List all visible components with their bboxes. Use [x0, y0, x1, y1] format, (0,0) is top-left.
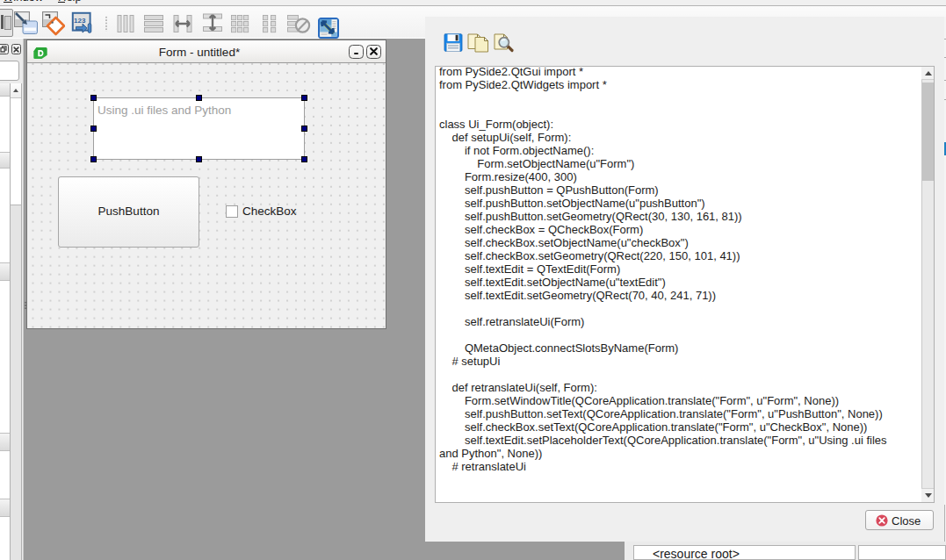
svg-text:123: 123: [74, 17, 86, 25]
